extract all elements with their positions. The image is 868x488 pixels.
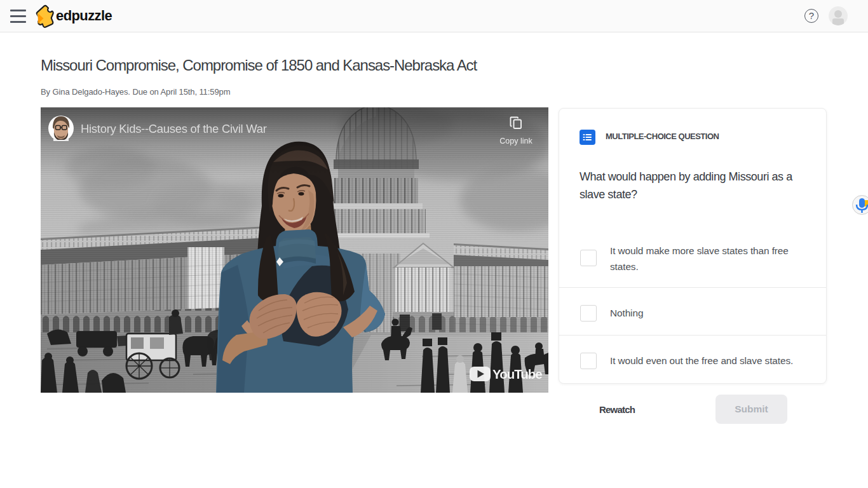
svg-text:History Kids--Causes of the Ci: History Kids--Causes of the Civil War xyxy=(81,122,267,135)
svg-text:YouTube: YouTube xyxy=(492,367,542,381)
svg-text:Copy link: Copy link xyxy=(499,137,532,146)
